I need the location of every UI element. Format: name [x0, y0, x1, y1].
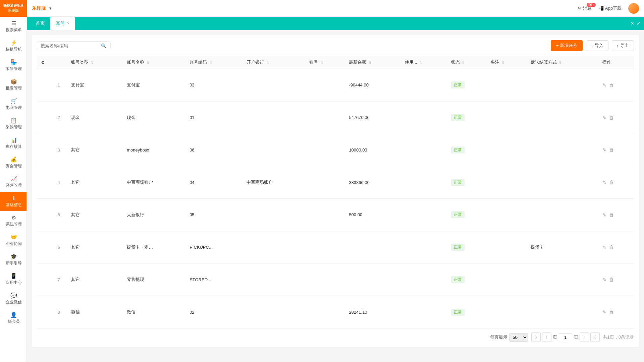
edit-button-2[interactable]: ✎	[602, 147, 606, 153]
sidebar-item-label-purchase: 采购管理	[3, 124, 25, 130]
sidebar-item-capital-mgmt[interactable]: 💰 资金管理	[0, 153, 26, 172]
import-button[interactable]: ↓ 导入	[586, 40, 608, 51]
nav-tab-home[interactable]: 首页	[30, 17, 50, 30]
sidebar-item-basic-info[interactable]: ℹ 基础信息	[0, 192, 26, 211]
export-button[interactable]: ↑ 导出	[612, 40, 634, 51]
next-page-button[interactable]: ⟩	[580, 333, 589, 342]
sort-balance-icon: ⇅	[369, 61, 371, 64]
action-icons-4: ✎ 🗑	[602, 212, 630, 218]
cell-usage-2	[401, 134, 447, 166]
nav-home-label: 首页	[36, 20, 45, 26]
action-icons-7: ✎ 🗑	[602, 309, 630, 315]
cell-index-6: 7	[50, 263, 67, 296]
sidebar-item-onboarding[interactable]: 🎓 新手引导	[0, 250, 26, 269]
delete-button-0[interactable]: 🗑	[609, 82, 614, 88]
sidebar-item-inventory-calc[interactable]: 📊 库存核算	[0, 133, 26, 153]
cell-remarks-1	[487, 101, 526, 134]
delete-button-4[interactable]: 🗑	[609, 212, 614, 218]
page-number-input[interactable]	[559, 334, 572, 341]
sidebar-item-wholesale-mgmt[interactable]: 📦 批发管理	[0, 75, 26, 95]
th-index	[50, 56, 67, 69]
table-header-row: ⚙ 账号类型 ⇅ 账号名称 ⇅ 账号编码 ⇅	[37, 56, 634, 69]
nav-tab-account[interactable]: 账号 ×	[50, 17, 75, 30]
sidebar-item-search-menu[interactable]: ☰ 搜索菜单	[0, 17, 26, 36]
table-row: 6 其它 提货卡（零… PICKUPC... 正常 提货卡 ✎ 🗑	[37, 231, 634, 263]
th-opening-bank[interactable]: 开户银行 ⇅	[243, 56, 305, 69]
messages-button[interactable]: ✉ 消息 99+	[578, 5, 592, 11]
th-default-settlement[interactable]: 默认结算方式 ⇅	[527, 56, 598, 69]
th-account-name[interactable]: 账号名称 ⇅	[123, 56, 185, 69]
edit-button-1[interactable]: ✎	[602, 115, 606, 120]
per-page-select[interactable]: 50 100	[509, 333, 528, 342]
th-status[interactable]: 状态 ⇅	[447, 56, 487, 69]
cell-index-0: 1	[50, 69, 67, 102]
search-input[interactable]	[41, 43, 101, 48]
cell-usage-1	[401, 101, 447, 134]
add-account-button[interactable]: + 新增账号	[551, 40, 583, 51]
app-download-icon: 📲	[598, 6, 604, 11]
sidebar-item-quick-nav[interactable]: ⚡ 快捷导航	[0, 36, 26, 56]
sidebar-item-operations-mgmt[interactable]: 📈 经营管理	[0, 172, 26, 192]
edit-button-3[interactable]: ✎	[602, 180, 606, 185]
last-page-button[interactable]: ⟩⟩	[590, 333, 600, 342]
top-header: 乐库版 ▾ ✉ 消息 99+ 📲 App下载	[27, 0, 644, 17]
edit-button-4[interactable]: ✎	[602, 212, 606, 218]
system-icon: ⚙	[3, 215, 25, 221]
sidebar-item-member[interactable]: 👤 畅会员	[0, 308, 26, 328]
cell-remarks-6	[487, 263, 526, 296]
brand-dropdown[interactable]: ▾	[49, 6, 52, 11]
cell-account-type-0: 支付宝	[67, 69, 123, 102]
th-settings[interactable]: ⚙	[37, 56, 50, 69]
th-account-type[interactable]: 账号类型 ⇅	[67, 56, 123, 69]
app-download-button[interactable]: 📲 App下载	[598, 5, 622, 11]
avatar[interactable]	[628, 3, 639, 14]
cell-actions-5: ✎ 🗑	[598, 231, 634, 263]
cell-remarks-2	[487, 134, 526, 166]
th-account-code[interactable]: 账号编码 ⇅	[185, 56, 243, 69]
action-icons-1: ✎ 🗑	[602, 115, 630, 120]
sidebar-item-app-center[interactable]: 📱 应用中心	[0, 269, 26, 289]
th-usage[interactable]: 使用... ⇅	[401, 56, 447, 69]
table-row: 2 现金 现金 01 547670.00 正常 ✎ 🗑	[37, 101, 634, 134]
delete-button-2[interactable]: 🗑	[609, 147, 614, 153]
sort-usage-icon: ⇅	[419, 61, 422, 64]
message-badge: 99+	[587, 3, 596, 7]
th-account-no[interactable]: 账号 ⇅	[305, 56, 345, 69]
search-box[interactable]: 🔍	[37, 41, 111, 50]
delete-button-7[interactable]: 🗑	[609, 309, 614, 315]
tab-controls: × ⤢	[631, 20, 641, 26]
sidebar-item-label-retail: 零售管理	[3, 66, 25, 72]
sidebar-item-system-mgmt[interactable]: ⚙ 系统管理	[0, 211, 26, 231]
edit-button-5[interactable]: ✎	[602, 245, 606, 250]
sidebar-item-enterprise-agreement[interactable]: 🤝 企业协同	[0, 231, 26, 250]
sidebar-item-purchase-mgmt[interactable]: 📋 采购管理	[0, 114, 26, 133]
close-page-button[interactable]: ×	[631, 20, 634, 26]
fullscreen-button[interactable]: ⤢	[637, 20, 641, 26]
tab-close-icon[interactable]: ×	[67, 21, 69, 26]
delete-button-3[interactable]: 🗑	[609, 180, 614, 185]
sidebar-item-ecommerce-mgmt[interactable]: 🛒 电商管理	[0, 95, 26, 114]
delete-button-5[interactable]: 🗑	[609, 245, 614, 250]
sidebar-item-retail-mgmt[interactable]: 🏪 零售管理	[0, 56, 26, 75]
first-page-button[interactable]: ⟨⟨	[531, 333, 541, 342]
cell-account-name-2: moneybosx	[123, 134, 185, 166]
th-latest-balance[interactable]: 最新余额 ⇅	[345, 56, 400, 69]
sidebar-item-enterprise-wechat[interactable]: 💬 企业微信	[0, 289, 26, 308]
purchase-icon: 📋	[3, 117, 25, 124]
sort-status-icon: ⇅	[462, 61, 465, 64]
th-remarks[interactable]: 备注 ⇅	[487, 56, 526, 69]
delete-button-6[interactable]: 🗑	[609, 277, 614, 282]
prev-page-button[interactable]: ⟨	[542, 333, 551, 342]
delete-button-1[interactable]: 🗑	[609, 115, 614, 120]
cell-index-5: 6	[50, 231, 67, 263]
app-center-icon: 📱	[3, 273, 25, 279]
edit-button-6[interactable]: ✎	[602, 277, 606, 282]
edit-button-0[interactable]: ✎	[602, 82, 606, 88]
action-icons-0: ✎ 🗑	[602, 82, 630, 88]
content-area: 🔍 + 新增账号 ↓ 导入 ↑ 导出	[27, 30, 644, 362]
quick-nav-icon: ⚡	[3, 40, 25, 46]
table-row: 4 其它 中百商场账户 04 中百商场账户 383866.00 正常 ✎ 🗑	[37, 166, 634, 199]
settings-icon: ⚙	[41, 60, 45, 65]
edit-button-7[interactable]: ✎	[602, 309, 606, 315]
search-icon[interactable]: 🔍	[101, 43, 106, 48]
